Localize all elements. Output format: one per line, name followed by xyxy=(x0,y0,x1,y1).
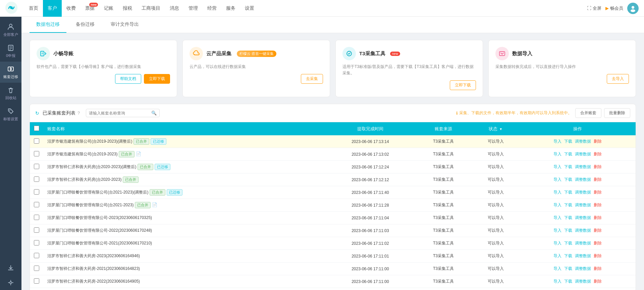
action-删除[interactable]: 删除 xyxy=(592,139,603,144)
sort-icon[interactable]: ▼ xyxy=(499,127,502,131)
nav-operation[interactable]: 经营 xyxy=(203,0,221,17)
row-checkbox[interactable] xyxy=(34,227,39,233)
action-导入[interactable]: 导入 xyxy=(552,228,563,233)
action-下载[interactable]: 下载 xyxy=(563,177,574,182)
refresh-icon[interactable]: ↻ xyxy=(35,111,39,116)
avatar[interactable] xyxy=(627,3,639,14)
row-checkbox[interactable] xyxy=(34,176,39,182)
nav-client[interactable]: 客户 xyxy=(43,0,62,17)
logo[interactable] xyxy=(5,2,19,15)
action-删除[interactable]: 删除 xyxy=(592,253,603,258)
tab-backup-migration[interactable]: 备份迁移 xyxy=(69,17,101,33)
action-调整数据[interactable]: 调整数据 xyxy=(574,215,592,220)
action-下载[interactable]: 下载 xyxy=(563,266,574,271)
nav-service[interactable]: 服务 xyxy=(221,0,240,17)
sidebar-item-settings[interactable] xyxy=(0,275,21,290)
action-下载[interactable]: 下载 xyxy=(563,164,574,169)
sidebar-item-zero-report[interactable]: 0申报 xyxy=(0,41,21,62)
action-调整数据[interactable]: 调整数据 xyxy=(574,152,592,156)
row-checkbox[interactable] xyxy=(34,240,39,245)
row-checkbox[interactable] xyxy=(34,278,39,284)
sidebar-item-recycle[interactable]: 回收站 xyxy=(0,83,21,104)
fullscreen-button[interactable]: ⛶ 全屏 xyxy=(587,5,601,11)
action-删除[interactable]: 删除 xyxy=(592,190,603,195)
action-导入[interactable]: 导入 xyxy=(552,190,563,195)
action-导入[interactable]: 导入 xyxy=(552,177,563,182)
batch-delete-btn[interactable]: 批量删除 xyxy=(604,108,630,118)
nav-fee[interactable]: 收费 xyxy=(62,0,80,17)
row-checkbox[interactable] xyxy=(34,215,39,220)
row-checkbox[interactable] xyxy=(34,202,39,207)
action-删除[interactable]: 删除 xyxy=(592,164,603,169)
action-下载[interactable]: 下载 xyxy=(563,228,574,233)
row-checkbox[interactable] xyxy=(34,189,39,195)
tab-data-migration[interactable]: 数据包迁移 xyxy=(30,17,66,33)
search-input[interactable] xyxy=(89,111,149,116)
download-now-button-3[interactable]: 立即下载 xyxy=(450,80,476,90)
action-导入[interactable]: 导入 xyxy=(552,241,563,245)
action-导入[interactable]: 导入 xyxy=(552,215,563,220)
go-collect-button[interactable]: 去采集 xyxy=(301,74,323,84)
action-删除[interactable]: 删除 xyxy=(592,228,603,233)
action-删除[interactable]: 删除 xyxy=(592,177,603,182)
row-checkbox[interactable] xyxy=(34,151,39,156)
action-导入[interactable]: 导入 xyxy=(552,279,563,284)
nav-home[interactable]: 首页 xyxy=(24,0,43,17)
action-下载[interactable]: 下载 xyxy=(563,215,574,220)
cell-name: 汨罗屋门口哔吱餐饮管理有限公司-2023(20230606170325) xyxy=(43,212,326,224)
action-删除[interactable]: 删除 xyxy=(592,241,603,245)
row-checkbox[interactable] xyxy=(34,138,39,144)
sidebar-item-all-clients[interactable]: 全部客户 xyxy=(0,19,21,41)
nav-tax[interactable]: 报税 xyxy=(118,0,137,17)
action-调整数据[interactable]: 调整数据 xyxy=(574,241,592,245)
sidebar-item-tags[interactable]: 标签设置 xyxy=(0,104,21,125)
nav-invoice[interactable]: 票据 new xyxy=(80,0,99,17)
sidebar-item-download[interactable] xyxy=(0,261,21,275)
action-导入[interactable]: 导入 xyxy=(552,164,563,169)
action-下载[interactable]: 下载 xyxy=(563,139,574,144)
action-删除[interactable]: 删除 xyxy=(592,152,603,156)
action-下载[interactable]: 下载 xyxy=(563,152,574,156)
action-删除[interactable]: 删除 xyxy=(592,279,603,284)
nav-message[interactable]: 消息 xyxy=(165,0,184,17)
action-调整数据[interactable]: 调整数据 xyxy=(574,253,592,258)
nav-bookkeeping[interactable]: 记账 xyxy=(99,0,118,17)
merge-btn[interactable]: 合并账套 xyxy=(575,108,601,118)
go-import-button[interactable]: 去导入 xyxy=(607,74,629,84)
action-删除[interactable]: 删除 xyxy=(592,203,603,207)
select-all-checkbox[interactable] xyxy=(34,126,39,131)
action-调整数据[interactable]: 调整数据 xyxy=(574,266,592,271)
help-doc-button[interactable]: 帮助文档 xyxy=(115,74,141,84)
action-下载[interactable]: 下载 xyxy=(563,241,574,245)
action-导入[interactable]: 导入 xyxy=(552,266,563,271)
action-下载[interactable]: 下载 xyxy=(563,190,574,195)
nav-settings[interactable]: 设置 xyxy=(240,0,259,17)
action-下载[interactable]: 下载 xyxy=(563,253,574,258)
action-导入[interactable]: 导入 xyxy=(552,203,563,207)
action-导入[interactable]: 导入 xyxy=(552,152,563,156)
row-checkbox[interactable] xyxy=(34,253,39,258)
help-icon[interactable]: ? xyxy=(77,111,80,116)
tab-audit-export[interactable]: 审计文件导出 xyxy=(104,17,146,33)
action-下载[interactable]: 下载 xyxy=(563,279,574,284)
action-导入[interactable]: 导入 xyxy=(552,139,563,144)
member-button[interactable]: ▶ 畅会员 xyxy=(605,5,623,11)
row-checkbox[interactable] xyxy=(34,164,39,169)
sidebar-item-migrate[interactable]: 账套迁移 xyxy=(0,62,21,83)
action-调整数据[interactable]: 调整数据 xyxy=(574,177,592,182)
nav-manage[interactable]: 管理 xyxy=(184,0,203,17)
action-删除[interactable]: 删除 xyxy=(592,266,603,271)
action-删除[interactable]: 删除 xyxy=(592,215,603,220)
action-调整数据[interactable]: 调整数据 xyxy=(574,203,592,207)
row-checkbox[interactable] xyxy=(34,266,39,271)
action-下载[interactable]: 下载 xyxy=(563,203,574,207)
action-导入[interactable]: 导入 xyxy=(552,253,563,258)
action-调整数据[interactable]: 调整数据 xyxy=(574,190,592,195)
download-now-button-1[interactable]: 立即下载 xyxy=(144,74,170,84)
action-调整数据[interactable]: 调整数据 xyxy=(574,228,592,233)
action-调整数据[interactable]: 调整数据 xyxy=(574,139,592,144)
nav-business[interactable]: 工商项目 xyxy=(137,0,165,17)
action-调整数据[interactable]: 调整数据 xyxy=(574,279,592,284)
search-icon[interactable]: 🔍 xyxy=(151,111,157,116)
action-调整数据[interactable]: 调整数据 xyxy=(574,164,592,169)
